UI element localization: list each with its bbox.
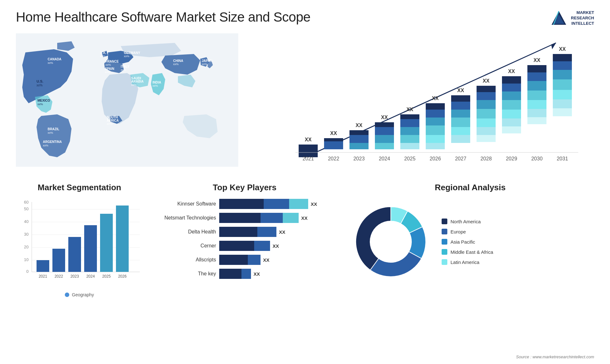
svg-text:MEXICO: MEXICO	[37, 99, 50, 102]
svg-rect-44	[349, 135, 369, 143]
svg-rect-91	[527, 91, 546, 101]
svg-text:xx%: xx%	[173, 63, 179, 66]
svg-text:GERMANY: GERMANY	[124, 51, 140, 55]
svg-text:XX: XX	[457, 88, 464, 93]
svg-rect-83	[502, 100, 521, 110]
player-value: XX	[279, 229, 285, 235]
svg-text:FRANCE: FRANCE	[105, 60, 119, 63]
legend-item: Middle East & Africa	[442, 249, 493, 255]
map-container: U.S. xx% CANADA xx% MEXICO xx% BRAZIL xx…	[16, 33, 238, 173]
top-players-title: Top Key Players	[156, 183, 334, 192]
svg-rect-54	[400, 127, 419, 135]
svg-rect-94	[527, 117, 546, 124]
svg-rect-45	[349, 143, 369, 149]
logo-icon	[550, 10, 568, 27]
top-players-panel: Top Key Players Kinnser SoftwareXXNetsma…	[156, 183, 334, 303]
svg-text:xx%: xx%	[48, 61, 53, 64]
svg-text:60: 60	[24, 200, 29, 205]
player-bar-container: XX	[219, 269, 334, 279]
player-value: XX	[301, 215, 308, 221]
svg-text:xx%: xx%	[121, 68, 126, 71]
player-bar	[219, 213, 299, 223]
legend-color	[442, 259, 447, 265]
bar-chart-container: XX XX XX XX	[251, 33, 594, 173]
svg-text:2025: 2025	[102, 274, 111, 279]
svg-text:XX: XX	[356, 123, 363, 128]
logo-text: MARKET RESEARCH INTELLECT	[571, 10, 594, 26]
svg-rect-78	[477, 135, 496, 142]
player-bar-container: XX	[219, 199, 334, 209]
player-name: Cerner	[156, 243, 216, 249]
growth-bar-chart: XX XX XX XX	[251, 33, 594, 170]
page-container: Home Healthcare Software Market Size and…	[0, 0, 610, 364]
svg-rect-77	[477, 127, 496, 135]
player-name: Kinnser Software	[156, 201, 216, 207]
legend-color	[442, 239, 447, 245]
world-map: U.S. xx% CANADA xx% MEXICO xx% BRAZIL xx…	[16, 33, 238, 167]
player-bar-container: XX	[219, 241, 334, 251]
players-list: Kinnser SoftwareXXNetsmart TechnologiesX…	[156, 197, 334, 279]
legend-item: Latin America	[442, 259, 493, 265]
legend-item: Europe	[442, 229, 493, 234]
player-bar	[219, 227, 276, 237]
svg-text:2023: 2023	[353, 156, 365, 161]
svg-text:XX: XX	[305, 137, 312, 142]
player-name: The key	[156, 271, 216, 277]
svg-text:xx%: xx%	[105, 71, 110, 74]
regional-panel: Regional Analysis North AmericaEuropeAsi…	[346, 183, 594, 303]
svg-text:2021: 2021	[39, 274, 47, 279]
regional-title: Regional Analysis	[346, 183, 594, 192]
svg-rect-132	[52, 249, 65, 272]
svg-text:BRAZIL: BRAZIL	[48, 127, 59, 131]
svg-rect-61	[426, 125, 445, 135]
player-bar	[219, 199, 308, 209]
svg-text:xx%: xx%	[202, 63, 207, 66]
svg-text:10: 10	[24, 257, 29, 262]
svg-text:xx%: xx%	[107, 122, 112, 125]
svg-text:XX: XX	[559, 46, 566, 52]
svg-text:40: 40	[24, 219, 29, 224]
svg-marker-37	[551, 43, 556, 49]
seg-legend: Geography	[16, 292, 143, 297]
svg-rect-130	[37, 260, 49, 272]
svg-rect-86	[502, 126, 521, 133]
player-name: Allscripts	[156, 257, 216, 263]
svg-text:XX: XX	[330, 131, 337, 136]
legend-item: Asia Pacific	[442, 239, 493, 245]
player-row: The keyXX	[156, 269, 334, 279]
svg-rect-102	[553, 108, 572, 116]
seg-legend-text: Geography	[72, 292, 94, 297]
svg-text:XX: XX	[406, 107, 413, 112]
svg-text:2031: 2031	[557, 156, 568, 161]
player-bar-container: XX	[219, 227, 334, 237]
svg-rect-93	[527, 109, 546, 117]
svg-text:SPAIN: SPAIN	[105, 67, 114, 71]
svg-text:ARGENTINA: ARGENTINA	[43, 140, 62, 144]
svg-text:2030: 2030	[531, 156, 543, 161]
svg-text:xx%: xx%	[37, 103, 43, 106]
legend-label: Latin America	[451, 260, 479, 265]
player-row: Kinnser SoftwareXX	[156, 199, 334, 209]
svg-rect-136	[84, 225, 97, 272]
header: Home Healthcare Software Market Size and…	[16, 10, 594, 27]
regional-content: North AmericaEuropeAsia PacificMiddle Ea…	[346, 197, 594, 286]
player-row: Netsmart TechnologiesXX	[156, 213, 334, 223]
svg-rect-68	[451, 118, 470, 127]
player-value: XX	[273, 243, 279, 249]
player-name: Netsmart Technologies	[156, 215, 216, 221]
svg-text:CHINA: CHINA	[173, 59, 183, 63]
svg-text:2027: 2027	[455, 156, 466, 161]
svg-rect-55	[400, 135, 419, 143]
svg-text:xx%: xx%	[43, 144, 48, 147]
top-section: U.S. xx% CANADA xx% MEXICO xx% BRAZIL xx…	[16, 33, 594, 173]
legend-color	[442, 229, 447, 234]
svg-text:20: 20	[24, 245, 29, 249]
seg-legend-dot	[65, 293, 69, 297]
player-row: CernerXX	[156, 241, 334, 251]
svg-text:xx%: xx%	[48, 131, 53, 134]
svg-text:2026: 2026	[118, 274, 127, 279]
legend-label: Europe	[451, 229, 466, 234]
svg-rect-140	[116, 206, 129, 272]
legend-color	[442, 219, 447, 224]
player-row: Delta HealthXX	[156, 227, 334, 237]
